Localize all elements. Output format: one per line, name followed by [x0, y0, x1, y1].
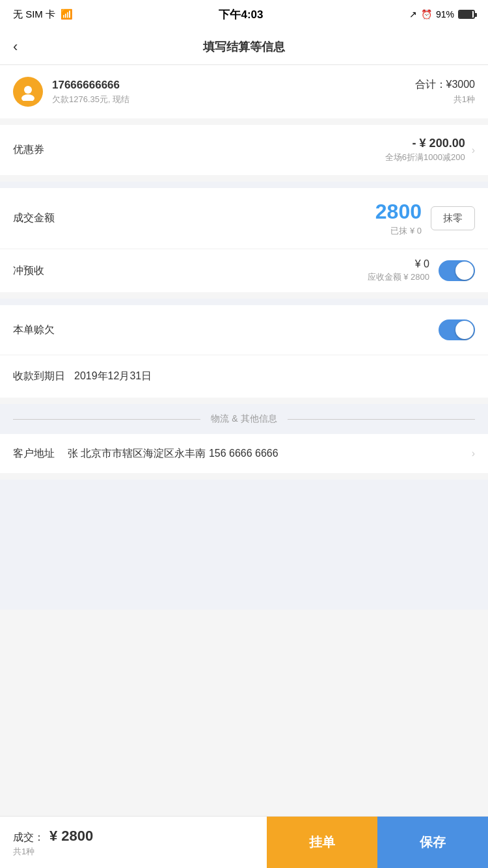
bottom-deal-label: 成交：	[13, 831, 44, 845]
hold-button[interactable]: 挂单	[267, 817, 377, 869]
deal-amount-right: 2800 已抹 ¥ 0 抹零	[375, 200, 475, 237]
sim-status: 无 SIM 卡	[13, 8, 55, 21]
wifi-icon: 📶	[61, 8, 73, 20]
prepay-row: 冲预收 ¥ 0 应收金额 ¥ 2800	[0, 249, 488, 292]
bottom-deal: 成交： ¥ 2800	[13, 828, 254, 845]
location-icon: ↗	[409, 9, 417, 20]
due-label: 收款到期日	[13, 370, 65, 383]
divider-1	[0, 182, 488, 188]
debt-section: 本单赊欠 收款到期日 2019年12月31日	[0, 305, 488, 398]
debt-label: 本单赊欠	[13, 323, 55, 337]
nav-bar: ‹ 填写结算等信息	[0, 29, 488, 65]
due-row: 收款到期日 2019年12月31日	[0, 355, 488, 398]
save-button[interactable]: 保存	[377, 817, 488, 869]
battery-text: 91%	[436, 9, 454, 20]
nav-title: 填写结算等信息	[203, 39, 285, 55]
deal-label: 成交金额	[13, 211, 55, 225]
total-value: ¥3000	[446, 79, 476, 90]
prepay-value: ¥ 0	[368, 258, 429, 270]
divider-2	[0, 299, 488, 305]
debt-toggle[interactable]	[439, 319, 475, 340]
prepay-value-wrap: ¥ 0 应收金额 ¥ 2800	[368, 258, 429, 283]
status-left: 无 SIM 卡 📶	[13, 8, 73, 21]
deal-amount-row: 成交金额 2800 已抹 ¥ 0 抹零	[0, 188, 488, 249]
address-row[interactable]: 客户地址 张 北京市市辖区海淀区永丰南 156 6666 6666 ›	[0, 434, 488, 473]
svg-point-1	[21, 94, 34, 101]
coupon-row[interactable]: 优惠券 - ¥ 200.00 全场6折满1000减200 ›	[0, 125, 488, 175]
customer-row: 17666666666 欠款1276.35元, 现结 合计：¥3000 共1种	[0, 65, 488, 118]
customer-total: 合计：¥3000 共1种	[415, 78, 476, 105]
prepay-toggle-knob	[455, 262, 474, 280]
logistics-header: 物流 & 其他信息	[0, 404, 488, 434]
user-icon	[19, 83, 37, 101]
coupon-right: - ¥ 200.00 全场6折满1000减200 ›	[385, 137, 475, 163]
address-label: 客户地址	[13, 447, 55, 461]
customer-sub: 欠款1276.35元, 现结	[52, 94, 415, 105]
debt-row: 本单赊欠	[0, 305, 488, 355]
round-button[interactable]: 抹零	[431, 206, 475, 230]
coupon-value-container: - ¥ 200.00 全场6折满1000减200	[385, 137, 465, 163]
battery-icon	[458, 10, 475, 19]
coupon-label: 优惠券	[13, 143, 44, 157]
address-value: 张 北京市市辖区海淀区永丰南 156 6666 6666	[68, 446, 465, 461]
logistics-line-right	[288, 419, 475, 420]
address-section: 客户地址 张 北京市市辖区海淀区永丰南 156 6666 6666 ›	[0, 434, 488, 473]
total-sub: 共1种	[415, 94, 476, 105]
total-label: 合计：	[415, 79, 446, 90]
coupon-discount-sub: 全场6折满1000减200	[385, 152, 465, 163]
logistics-text: 物流 & 其他信息	[200, 413, 287, 425]
alarm-icon: ⏰	[421, 9, 432, 20]
logistics-line-left	[13, 419, 200, 420]
status-time: 下午4:03	[219, 7, 263, 22]
customer-phone: 17666666666	[52, 79, 415, 92]
bottom-summary: 成交： ¥ 2800 共1种	[0, 828, 267, 858]
coupon-chevron: ›	[472, 144, 475, 156]
deal-section: 成交金额 2800 已抹 ¥ 0 抹零 冲预收 ¥ 0 应收金额 ¥ 2800	[0, 188, 488, 292]
prepay-toggle[interactable]	[439, 260, 475, 281]
deal-erased: 已抹 ¥ 0	[375, 225, 422, 237]
coupon-section: 优惠券 - ¥ 200.00 全场6折满1000减200 ›	[0, 125, 488, 175]
prepay-right: ¥ 0 应收金额 ¥ 2800	[368, 258, 475, 283]
address-chevron: ›	[472, 448, 475, 459]
total-amount: 合计：¥3000	[415, 78, 476, 92]
debt-toggle-knob	[455, 321, 474, 339]
deal-amount-value: 2800	[375, 200, 422, 224]
status-right: ↗ ⏰ 91%	[409, 9, 475, 20]
due-value: 2019年12月31日	[74, 370, 152, 383]
avatar	[13, 77, 43, 107]
status-bar: 无 SIM 卡 📶 下午4:03 ↗ ⏰ 91%	[0, 0, 488, 29]
bottom-deal-sub: 共1种	[13, 846, 254, 858]
bottom-deal-amount: ¥ 2800	[49, 828, 93, 845]
prepay-label: 冲预收	[13, 264, 44, 278]
back-button[interactable]: ‹	[13, 38, 18, 55]
coupon-discount: - ¥ 200.00	[385, 137, 465, 150]
customer-section: 17666666666 欠款1276.35元, 现结 合计：¥3000 共1种	[0, 65, 488, 118]
svg-point-0	[24, 86, 32, 94]
bottom-spacer	[0, 480, 488, 610]
prepay-sub: 应收金额 ¥ 2800	[368, 271, 429, 283]
bottom-bar: 成交： ¥ 2800 共1种 挂单 保存	[0, 816, 488, 868]
deal-value-wrap: 2800 已抹 ¥ 0	[375, 200, 422, 237]
customer-info: 17666666666 欠款1276.35元, 现结	[52, 79, 415, 105]
